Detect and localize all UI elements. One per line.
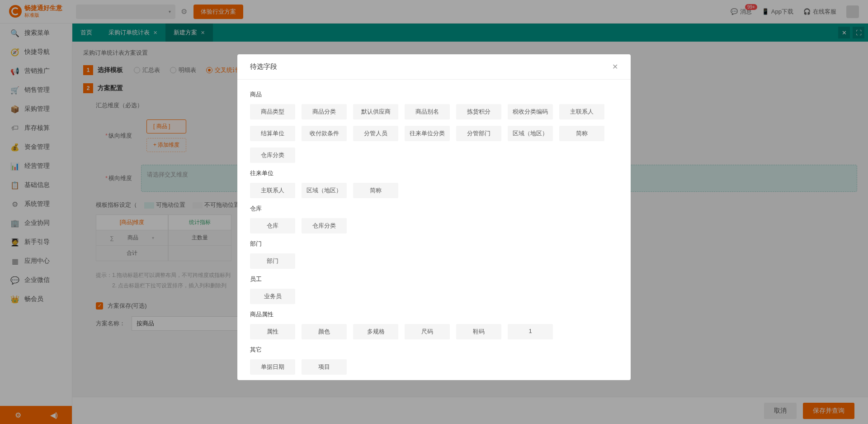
field-selector-modal: 待选字段 ✕ 商品商品类型商品分类默认供应商商品别名拣货积分税收分类编码主联系人… — [237, 54, 631, 380]
close-icon[interactable]: ✕ — [612, 62, 618, 71]
field-chip[interactable]: 简称 — [353, 183, 398, 198]
field-chip[interactable]: 分管部门 — [456, 126, 501, 141]
field-chip[interactable]: 仓库分类 — [302, 218, 347, 233]
field-chip[interactable]: 主联系人 — [250, 183, 295, 198]
field-chip[interactable]: 结算单位 — [250, 126, 295, 141]
field-chip[interactable]: 属性 — [250, 324, 295, 339]
field-chip[interactable]: 商品类型 — [250, 104, 295, 119]
field-group-3: 部门部门 — [250, 240, 618, 269]
field-group-title: 员工 — [250, 275, 618, 283]
field-chip[interactable]: 商品别名 — [405, 104, 450, 119]
field-chip[interactable]: 仓库分类 — [250, 148, 295, 163]
field-chip[interactable]: 仓库 — [250, 218, 295, 233]
field-chip[interactable]: 业务员 — [250, 289, 295, 304]
field-chip[interactable]: 项目 — [302, 359, 347, 375]
field-chip[interactable]: 简称 — [559, 126, 604, 141]
field-group-5: 商品属性属性颜色多规格尺码鞋码1 — [250, 310, 618, 339]
field-chip[interactable]: 税收分类编码 — [508, 104, 553, 119]
field-group-title: 仓库 — [250, 205, 618, 213]
modal-title: 待选字段 — [250, 62, 277, 71]
field-chip[interactable]: 尺码 — [405, 324, 450, 339]
field-chip[interactable]: 拣货积分 — [456, 104, 501, 119]
field-chip[interactable]: 商品分类 — [302, 104, 347, 119]
field-group-title: 部门 — [250, 240, 618, 248]
field-group-title: 其它 — [250, 346, 618, 354]
field-group-title: 商品属性 — [250, 310, 618, 319]
field-group-title: 往来单位 — [250, 169, 618, 177]
field-chip[interactable]: 收付款条件 — [302, 126, 347, 141]
field-chip[interactable]: 区域（地区） — [302, 183, 347, 198]
field-group-0: 商品商品类型商品分类默认供应商商品别名拣货积分税收分类编码主联系人结算单位收付款… — [250, 91, 618, 163]
field-group-6: 其它单据日期项目 — [250, 346, 618, 375]
field-chip[interactable]: 区域（地区） — [508, 126, 553, 141]
field-chip[interactable]: 主联系人 — [559, 104, 604, 119]
field-chip[interactable]: 默认供应商 — [353, 104, 398, 119]
field-chip[interactable]: 往来单位分类 — [405, 126, 450, 141]
field-group-2: 仓库仓库仓库分类 — [250, 205, 618, 233]
field-chip[interactable]: 多规格 — [353, 324, 398, 339]
field-chip[interactable]: 部门 — [250, 253, 295, 269]
field-chip[interactable]: 分管人员 — [353, 126, 398, 141]
field-group-1: 往来单位主联系人区域（地区）简称 — [250, 169, 618, 198]
field-chip[interactable]: 颜色 — [302, 324, 347, 339]
field-group-title: 商品 — [250, 91, 618, 99]
field-chip[interactable]: 鞋码 — [456, 324, 501, 339]
field-chip[interactable]: 单据日期 — [250, 359, 295, 375]
field-chip[interactable]: 1 — [508, 324, 553, 339]
field-group-4: 员工业务员 — [250, 275, 618, 304]
